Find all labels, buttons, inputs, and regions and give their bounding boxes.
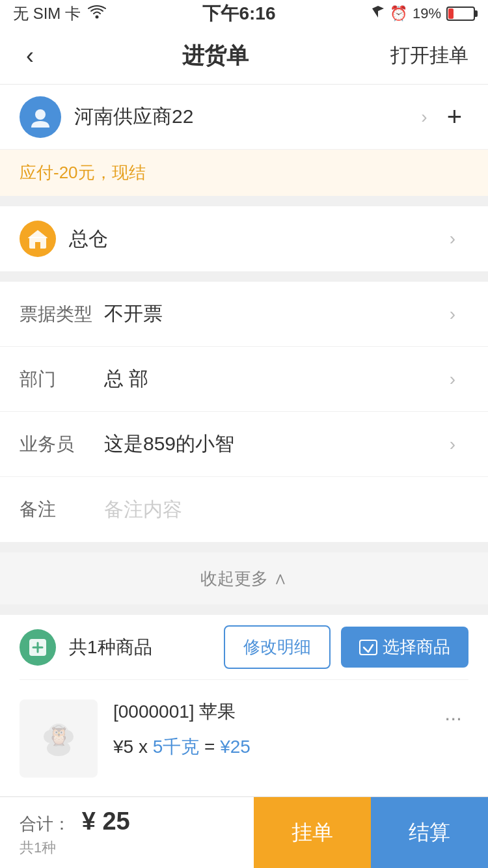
product-name: [0000001] 苹果 — [113, 699, 438, 724]
edit-detail-button[interactable]: 修改明细 — [224, 625, 331, 669]
add-supplier-button[interactable]: + — [441, 102, 468, 131]
product-thumbnail: 🦉 — [20, 699, 98, 778]
supplier-chevron-icon: › — [421, 107, 427, 128]
department-value: 总 部 — [98, 366, 450, 392]
product-quantity: 5千克 — [153, 737, 200, 757]
products-icon — [20, 629, 56, 666]
carrier-text: 无 SIM 卡 — [13, 3, 81, 24]
supplier-avatar — [20, 96, 61, 138]
checkout-button[interactable]: 结算 — [371, 797, 488, 869]
remarks-row[interactable]: 备注 备注内容 — [0, 477, 488, 542]
collapse-button[interactable]: 收起更多 ∧ — [0, 552, 488, 604]
page-title: 进货单 — [182, 41, 249, 71]
bottom-bar: 合计： ¥ 25 共1种 挂单 结算 — [0, 796, 488, 868]
time-display: 下午6:16 — [202, 1, 275, 26]
battery-percent: 19% — [413, 5, 441, 22]
svg-rect-3 — [35, 242, 40, 249]
product-title-text: 苹果 — [199, 701, 236, 722]
total-label: 合计： — [20, 814, 70, 834]
svg-point-1 — [35, 109, 46, 120]
supplier-name: 河南供应商22 — [74, 103, 421, 130]
product-code: [0000001] — [113, 701, 195, 722]
status-right: ⏰ 19% — [372, 5, 475, 22]
department-chevron-icon: › — [450, 369, 455, 390]
back-button[interactable]: ‹ — [20, 36, 40, 76]
remarks-label: 备注 — [20, 497, 98, 522]
product-total: ¥25 — [220, 737, 251, 757]
product-price-separator: x — [139, 737, 153, 757]
total-amount: ¥ 25 — [82, 807, 130, 835]
invoice-chevron-icon: › — [450, 304, 455, 325]
warehouse-row[interactable]: 总仓 › — [0, 206, 488, 271]
invoice-type-label: 票据类型 — [20, 302, 98, 327]
status-bar: 无 SIM 卡 下午6:16 ⏰ 19% — [0, 0, 488, 27]
salesperson-value: 这是859的小智 — [98, 431, 450, 457]
invoice-type-row[interactable]: 票据类型 不开票 › — [0, 282, 488, 347]
select-product-label: 选择商品 — [383, 636, 450, 658]
salesperson-label: 业务员 — [20, 432, 98, 457]
battery-icon — [446, 7, 475, 21]
product-info: [0000001] 苹果 ¥5 x 5千克 = ¥25 — [113, 699, 438, 759]
supplier-notice: 应付-20元，现结 — [0, 150, 488, 196]
product-more-button[interactable]: ··· — [438, 699, 468, 737]
alarm-icon: ⏰ — [390, 5, 407, 22]
svg-text:🦉: 🦉 — [47, 726, 70, 747]
products-header: 共1种商品 修改明细 选择商品 — [20, 615, 468, 680]
product-unit-price: ¥5 — [113, 737, 133, 757]
products-count: 共1种商品 — [69, 635, 224, 660]
department-row[interactable]: 部门 总 部 › — [0, 347, 488, 412]
wifi-icon — [87, 5, 107, 23]
total-section: 合计： ¥ 25 共1种 — [0, 807, 254, 858]
salesperson-chevron-icon: › — [450, 434, 455, 455]
form-section: 票据类型 不开票 › 部门 总 部 › 业务员 这是859的小智 › 备注 备注… — [0, 282, 488, 542]
salesperson-row[interactable]: 业务员 这是859的小智 › — [0, 412, 488, 477]
nav-bar: ‹ 进货单 打开挂单 — [0, 27, 488, 85]
product-equals: = — [204, 737, 220, 757]
supplier-section: 河南供应商22 › + 应付-20元，现结 — [0, 85, 488, 196]
hang-button[interactable]: 挂单 — [254, 797, 371, 869]
department-label: 部门 — [20, 367, 98, 392]
warehouse-name: 总仓 — [69, 226, 450, 252]
products-section: 共1种商品 修改明细 选择商品 🦉 [0000001] — [0, 615, 488, 797]
collapse-label: 收起更多 ∧ — [200, 567, 287, 590]
warehouse-chevron-icon: › — [450, 228, 455, 249]
location-icon — [372, 5, 385, 22]
svg-point-0 — [96, 16, 99, 19]
product-item: 🦉 [0000001] 苹果 ¥5 x 5千克 = ¥25 ··· — [20, 680, 468, 797]
total-count: 共1种 — [20, 838, 234, 858]
supplier-row[interactable]: 河南供应商22 › + — [0, 85, 488, 150]
status-left: 无 SIM 卡 — [13, 3, 107, 24]
open-hang-button[interactable]: 打开挂单 — [390, 42, 468, 69]
warehouse-section[interactable]: 总仓 › — [0, 206, 488, 271]
product-price-row: ¥5 x 5千克 = ¥25 — [113, 735, 438, 759]
select-product-button[interactable]: 选择商品 — [341, 627, 468, 668]
invoice-type-value: 不开票 — [98, 301, 450, 327]
warehouse-icon — [20, 221, 56, 257]
remarks-input[interactable]: 备注内容 — [98, 496, 468, 523]
